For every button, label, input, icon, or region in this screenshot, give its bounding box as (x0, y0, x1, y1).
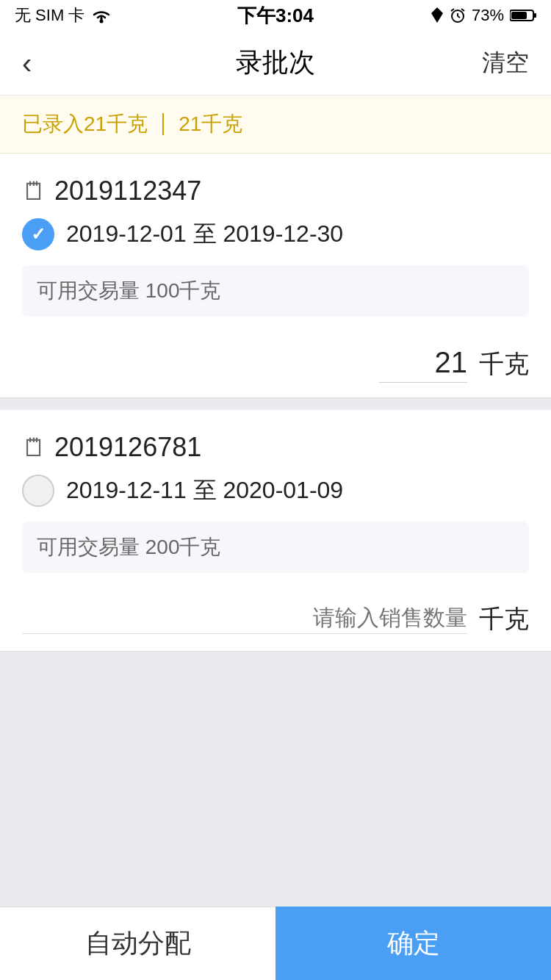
summary-divider (162, 113, 164, 135)
batch-1-quantity-input[interactable] (379, 346, 467, 379)
batch-2-date-row: 2019-12-11 至 2020-01-09 (22, 475, 529, 507)
svg-rect-5 (533, 13, 536, 18)
summary-value: 21千克 (179, 110, 242, 138)
nav-bar: ‹ 录批次 清空 (0, 31, 551, 96)
separator-1 (0, 398, 551, 410)
batch-1-number: 2019112347 (54, 176, 201, 206)
batch-2-quantity-input[interactable] (247, 605, 467, 630)
batch-2-number: 2019126781 (54, 432, 201, 463)
batch-1-availability-box: 可用交易量 100千克 (22, 265, 529, 317)
confirm-button[interactable]: 确定 (276, 907, 551, 980)
carrier-text: 无 SIM 卡 (15, 4, 84, 26)
batch-2-availability-box: 可用交易量 200千克 (22, 522, 529, 573)
empty-space (0, 652, 551, 945)
summary-label: 已录入21千克 (22, 110, 148, 138)
svg-point-0 (100, 20, 104, 24)
bottom-bar: 自动分配 确定 (0, 907, 551, 980)
batch-1-quantity-row: 千克 (0, 331, 551, 398)
status-bar: 无 SIM 卡 下午3:04 73% (0, 0, 551, 31)
page-title: 录批次 (236, 45, 315, 81)
batch-2-icon: 🗒 (22, 433, 47, 462)
status-bar-left: 无 SIM 卡 (15, 4, 112, 26)
batch-1-unit: 千克 (479, 347, 529, 381)
batch-2-unit: 千克 (479, 602, 529, 636)
clear-button[interactable]: 清空 (482, 47, 529, 79)
wifi-icon (90, 7, 112, 24)
summary-bar: 已录入21千克 21千克 (0, 96, 551, 154)
battery-icon (510, 9, 536, 22)
auto-distribute-button[interactable]: 自动分配 (0, 907, 276, 980)
batch-2-input-row: 千克 (0, 588, 551, 652)
location-icon (431, 7, 444, 24)
alarm-icon (450, 7, 466, 24)
batch-1-availability: 可用交易量 100千克 (37, 279, 221, 302)
batch-2-input-underline (22, 605, 467, 634)
batch-2-date: 2019-12-11 至 2020-01-09 (66, 475, 343, 507)
batch-1-checkbox[interactable] (22, 218, 54, 251)
batch-1-icon: 🗒 (22, 177, 47, 206)
svg-rect-6 (511, 12, 527, 19)
battery-text: 73% (472, 6, 504, 25)
batch-card-2: 🗒 2019126781 2019-12-11 至 2020-01-09 可用交… (0, 410, 551, 588)
main-content: 🗒 2019112347 2019-12-01 至 2019-12-30 可用交… (0, 154, 551, 980)
batch-card-1: 🗒 2019112347 2019-12-01 至 2019-12-30 可用交… (0, 154, 551, 331)
batch-1-quantity-underline (379, 346, 467, 383)
batch-1-date-row: 2019-12-01 至 2019-12-30 (22, 218, 529, 251)
svg-line-3 (458, 16, 460, 18)
batch-1-date: 2019-12-01 至 2019-12-30 (66, 218, 343, 251)
status-bar-right: 73% (431, 6, 536, 25)
back-button[interactable]: ‹ (22, 48, 32, 78)
batch-2-checkbox[interactable] (22, 475, 54, 507)
batch-2-availability: 可用交易量 200千克 (37, 536, 221, 558)
status-bar-time: 下午3:04 (237, 3, 314, 29)
batch-2-header: 🗒 2019126781 (22, 432, 529, 463)
batch-1-header: 🗒 2019112347 (22, 176, 529, 206)
